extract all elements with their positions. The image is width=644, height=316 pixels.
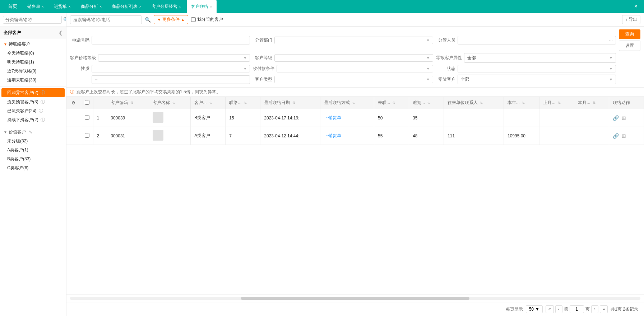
sidebar-item-tomorrow[interactable]: 明天待联络(1)	[0, 58, 66, 67]
col-last-month[interactable]: 上月... ⇅	[539, 97, 574, 109]
scroll-track[interactable]	[70, 297, 640, 300]
sidebar-item-repurchase-abnormal[interactable]: 回购异常客户(2) ⓘ	[1, 88, 65, 97]
col-name[interactable]: 客户名称 ⇅	[149, 97, 191, 109]
col-this-year[interactable]: 本年... ⇅	[504, 97, 539, 109]
col-contact[interactable]: 联络... ⇅	[226, 97, 260, 109]
dots-select[interactable]: ···	[92, 75, 250, 84]
row1-link-icon[interactable]: 🔗	[613, 115, 619, 121]
row1-select-checkbox[interactable]	[85, 115, 89, 120]
col-last-date[interactable]: 最后联络日期 ⇅	[260, 97, 320, 109]
first-page-button[interactable]: «	[546, 305, 554, 313]
col-this-month[interactable]: 本月... ⇅	[574, 97, 609, 109]
prev-page-button[interactable]: ‹	[555, 305, 562, 313]
row2-code[interactable]: 000031	[107, 127, 149, 145]
row1-type: B类客户	[191, 109, 226, 127]
dept-select[interactable]: ▼	[274, 37, 433, 44]
select-all-checkbox[interactable]	[85, 100, 89, 105]
row1-code[interactable]: 000039	[107, 109, 149, 127]
sidebar-item-declining[interactable]: 持续下滑客户(2) ⓘ	[0, 115, 66, 124]
my-customers-checkbox-label[interactable]: 我分管的客户	[191, 16, 223, 23]
value-customer-group[interactable]: ▼ 价值客户 ✎	[0, 128, 66, 137]
close-contact-tab[interactable]: ×	[210, 4, 212, 9]
manager-dots[interactable]: ···	[609, 38, 613, 43]
payment-select[interactable]: ▼	[277, 65, 433, 72]
more-conditions-button[interactable]: ▼ 更多条件 ▲	[154, 15, 188, 24]
row1-name[interactable]	[149, 109, 191, 127]
sidebar-item-7days[interactable]: 近7天待联络(0)	[0, 67, 66, 76]
row1-grid-icon[interactable]: ⊞	[622, 115, 626, 121]
status-select[interactable]: ▼	[458, 65, 616, 72]
col-contacts[interactable]: 往来单位联系人 ⇅	[444, 97, 504, 109]
sidebar-item-class-a[interactable]: A类客户(1)	[0, 146, 66, 155]
all-customers-header[interactable]: 全部客户 ❮	[0, 27, 66, 39]
settings-button[interactable]: 设置	[619, 41, 640, 51]
nature-select[interactable]: ▼	[92, 65, 250, 72]
nav-tab-home[interactable]: 首页	[4, 2, 22, 11]
row1-this-month	[574, 109, 609, 127]
row2-name[interactable]	[149, 127, 191, 145]
filter-payment-field: 收付款条件 ▼	[253, 65, 433, 72]
col-last-method[interactable]: 最后联络方式 ⇅	[320, 97, 374, 109]
price-grade-label: 客户价格等级	[70, 55, 98, 61]
close-segment-tab[interactable]: ×	[179, 4, 181, 9]
sidebar-item-class-b[interactable]: B类客户(33)	[0, 155, 66, 164]
sidebar-item-churn-warning[interactable]: 流失预警客户(3) ⓘ	[0, 98, 66, 107]
col-code[interactable]: 客户编码 ⇅	[107, 97, 149, 109]
phone-input[interactable]	[92, 36, 250, 44]
col-unpaid[interactable]: 未联... ⇅	[374, 97, 409, 109]
close-product-tab[interactable]: ×	[99, 4, 102, 9]
close-all-button[interactable]: ×	[631, 3, 640, 10]
row2-checkbox	[81, 127, 93, 145]
close-product-list-tab[interactable]: ×	[139, 4, 141, 9]
sidebar-item-class-c[interactable]: C类客户(6)	[0, 164, 66, 173]
sidebar-search-icon[interactable]: 🔍	[63, 17, 66, 23]
retail-attr-select[interactable]: 全部 ▼	[464, 53, 616, 63]
retail-customer-label: 零散客户	[436, 76, 458, 82]
value-group-edit-icon[interactable]: ✎	[29, 130, 32, 135]
price-grade-select[interactable]: ▼	[98, 54, 250, 62]
row2-grid-icon[interactable]: ⊞	[622, 133, 626, 139]
pending-contact-group[interactable]: ▼ 待联络客户	[0, 39, 66, 49]
close-sales-tab[interactable]: ×	[42, 4, 44, 9]
sidebar-item-churned[interactable]: 已流失客户(24) ⓘ	[0, 107, 66, 115]
last-page-button[interactable]: »	[600, 305, 608, 313]
close-purchase-tab[interactable]: ×	[68, 4, 70, 9]
retail-customer-select[interactable]: 全部 ▼	[458, 75, 616, 84]
row1-last-method[interactable]: 下销货单	[320, 109, 374, 127]
filter-row-3: 性质 ▼ 收付款条件 ▼ 状态	[70, 65, 640, 72]
col-overdue[interactable]: 逾期... ⇅	[409, 97, 444, 109]
customer-grade-select[interactable]: ▼	[274, 54, 433, 62]
col-settings[interactable]: ⚙	[66, 97, 81, 109]
horizontal-scrollbar[interactable]	[66, 294, 644, 302]
nav-tab-customer-segment[interactable]: 客户分层经营 ×	[147, 0, 185, 13]
nav-tab-customer-contact[interactable]: 客户联络 ×	[187, 0, 216, 13]
query-button[interactable]: 查询	[619, 29, 640, 39]
nav-tab-product-analysis[interactable]: 商品分析 ×	[77, 0, 106, 13]
sidebar-search-input[interactable]	[3, 16, 62, 24]
page-number-input[interactable]	[570, 305, 584, 313]
value-group-arrow: ▼	[4, 130, 7, 134]
sidebar-item-overdue[interactable]: 逾期未联络(30)	[0, 76, 66, 85]
my-customers-checkbox[interactable]	[191, 17, 196, 22]
filter-search-input[interactable]	[70, 15, 142, 24]
row2-select-checkbox[interactable]	[85, 133, 89, 138]
export-button[interactable]: ↑ 导出	[622, 15, 640, 24]
next-page-button[interactable]: ›	[591, 305, 598, 313]
sidebar-item-unclassified[interactable]: 未分组(32)	[0, 137, 66, 146]
filter-search-icon[interactable]: 🔍	[145, 17, 151, 23]
scroll-thumb[interactable]	[241, 297, 469, 300]
per-page-select[interactable]: 50 ▼	[526, 305, 543, 313]
customer-type-select[interactable]: ▼	[274, 76, 433, 83]
nav-tab-purchase[interactable]: 进货单 ×	[50, 0, 75, 13]
table-container[interactable]: ⚙ 客户编码 ⇅ 客户名称 ⇅	[66, 97, 644, 294]
col-type[interactable]: 客户... ⇅	[191, 97, 226, 109]
advanced-filters: 电话号码 分管部门 ▼ 分管人员 ···	[66, 27, 644, 88]
churn-warning-info-icon: ⓘ	[41, 99, 45, 104]
manager-select[interactable]: ···	[458, 36, 616, 44]
nav-tab-product-list[interactable]: 商品分析列表 ×	[107, 0, 145, 13]
sidebar-item-today[interactable]: 今天待联络(0)	[0, 49, 66, 58]
sidebar-collapse-icon[interactable]: ❮	[59, 30, 62, 36]
row2-link-icon[interactable]: 🔗	[613, 133, 619, 139]
nav-tab-sales[interactable]: 销售单 ×	[23, 0, 48, 13]
row2-last-method[interactable]: 下销货单	[320, 127, 374, 145]
